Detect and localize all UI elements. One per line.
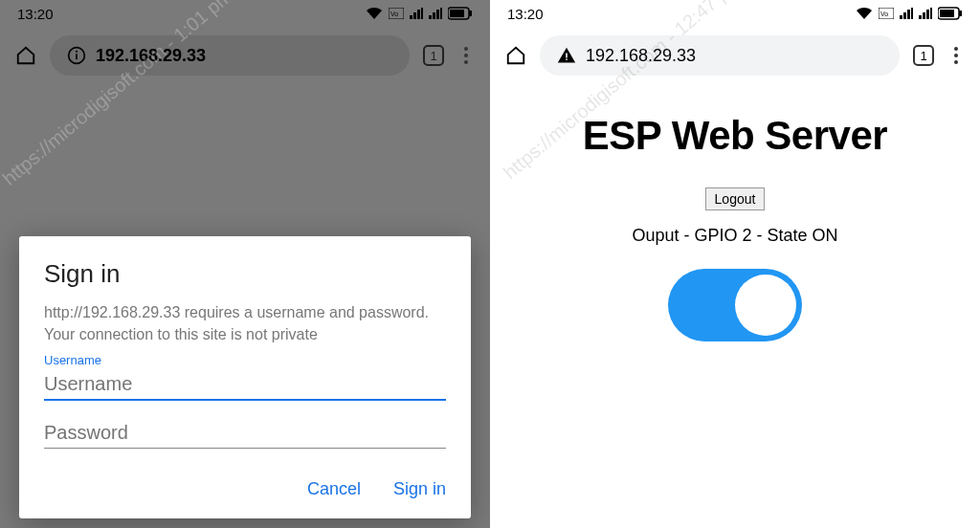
logout-button[interactable]: Logout	[705, 187, 766, 210]
dialog-message: http://192.168.29.33 requires a username…	[44, 302, 446, 345]
browser-bar: 192.168.29.33 1	[490, 27, 980, 84]
wifi-icon	[366, 7, 383, 20]
phone-right: 13:20 Vo 192.168.29.33 1 https://microdi…	[490, 0, 980, 528]
wifi-icon	[856, 7, 873, 20]
battery-icon	[448, 7, 473, 20]
dialog-actions: Cancel Sign in	[44, 479, 446, 499]
status-icons: Vo	[856, 7, 963, 20]
not-secure-icon	[557, 46, 576, 65]
address-bar[interactable]: 192.168.29.33	[540, 35, 900, 76]
status-time: 13:20	[17, 6, 54, 22]
signal-icon-2	[429, 8, 442, 19]
url-text: 192.168.29.33	[586, 46, 696, 66]
auth-dialog: Sign in http://192.168.29.33 requires a …	[19, 236, 471, 518]
svg-rect-12	[959, 11, 962, 16]
address-bar[interactable]: 192.168.29.33	[50, 35, 410, 76]
volte-icon: Vo	[389, 8, 404, 19]
url-text: 192.168.29.33	[96, 46, 206, 66]
menu-button[interactable]	[457, 47, 475, 64]
signal-icon	[900, 8, 913, 19]
username-input[interactable]	[44, 369, 446, 401]
signal-icon	[410, 8, 423, 19]
svg-rect-3	[450, 10, 464, 17]
battery-icon	[938, 7, 963, 20]
status-icons: Vo	[366, 7, 473, 20]
gpio-state-label: Ouput - GPIO 2 - State ON	[507, 226, 963, 246]
svg-text:Vo: Vo	[390, 11, 398, 17]
status-bar: 13:20 Vo	[490, 0, 980, 27]
username-label: Username	[44, 353, 446, 367]
svg-rect-6	[76, 54, 78, 59]
signal-icon-2	[919, 8, 932, 19]
home-icon[interactable]	[505, 45, 526, 66]
status-time: 13:20	[507, 6, 544, 22]
dialog-title: Sign in	[44, 259, 446, 289]
info-icon	[67, 46, 86, 65]
page-title: ESP Web Server	[507, 113, 963, 159]
menu-button[interactable]	[947, 47, 965, 64]
svg-rect-11	[940, 10, 954, 17]
svg-text:Vo: Vo	[880, 11, 888, 17]
cancel-button[interactable]: Cancel	[307, 479, 361, 499]
browser-bar: 192.168.29.33 1	[0, 27, 490, 84]
volte-icon: Vo	[879, 8, 894, 19]
page-content: ESP Web Server Logout Ouput - GPIO 2 - S…	[490, 84, 980, 384]
tab-count-button[interactable]: 1	[913, 45, 934, 66]
tab-count-button[interactable]: 1	[423, 45, 444, 66]
status-bar: 13:20 Vo	[0, 0, 490, 27]
gpio-toggle[interactable]	[668, 269, 802, 341]
svg-rect-4	[469, 11, 472, 16]
phone-left: 13:20 Vo 192.168.29.33 1 https://microdi…	[0, 0, 490, 528]
toggle-knob	[735, 275, 796, 336]
signin-button[interactable]: Sign in	[393, 479, 446, 499]
password-input[interactable]	[44, 418, 446, 449]
svg-point-7	[76, 51, 78, 53]
home-icon[interactable]	[15, 45, 36, 66]
